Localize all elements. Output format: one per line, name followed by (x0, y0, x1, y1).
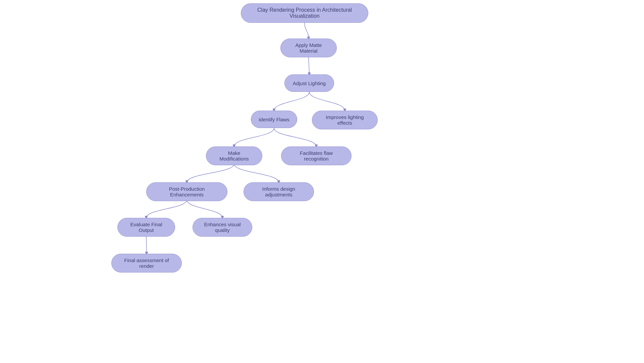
node-make-modifications[interactable]: Make Modifications (206, 146, 262, 165)
node-final-assessment[interactable]: Final assessment of render (111, 254, 182, 273)
arrow-identify-flaws-to-make-modifications (234, 128, 274, 146)
arrow-apply-matte-to-adjust-lighting (309, 56, 309, 74)
arrow-evaluate-final-to-final-assessment (146, 235, 147, 254)
node-improves-lighting[interactable]: Improves lighting effects (312, 111, 378, 129)
node-identify-flaws[interactable]: Identify Flaws (251, 111, 297, 128)
node-facilitates-flaw[interactable]: Facilitates flaw recognition (281, 146, 352, 165)
arrow-adjust-lighting-to-identify-flaws (274, 92, 309, 111)
arrow-post-production-to-evaluate-final (146, 200, 187, 218)
node-informs-design[interactable]: Informs design adjustments (244, 182, 314, 201)
arrow-adjust-lighting-to-improves-lighting (309, 92, 345, 111)
node-evaluate-final[interactable]: Evaluate Final Output (117, 218, 175, 237)
node-apply-matte[interactable]: Apply Matte Material (280, 39, 337, 57)
arrow-post-production-to-enhances-visual (187, 200, 222, 218)
node-root[interactable]: Clay Rendering Process in Architectural … (241, 3, 368, 23)
diagram-container: Clay Rendering Process in Architectural … (0, 0, 644, 363)
arrow-identify-flaws-to-facilitates-flaw (274, 128, 316, 146)
arrow-make-modifications-to-informs-design (234, 164, 279, 182)
arrow-root-to-apply-matte (305, 23, 309, 39)
arrow-make-modifications-to-post-production (187, 164, 234, 182)
node-adjust-lighting[interactable]: Adjust Lighting (284, 74, 334, 92)
node-post-production[interactable]: Post-Production Enhancements (146, 182, 227, 201)
node-enhances-visual[interactable]: Enhances visual quality (193, 218, 252, 237)
